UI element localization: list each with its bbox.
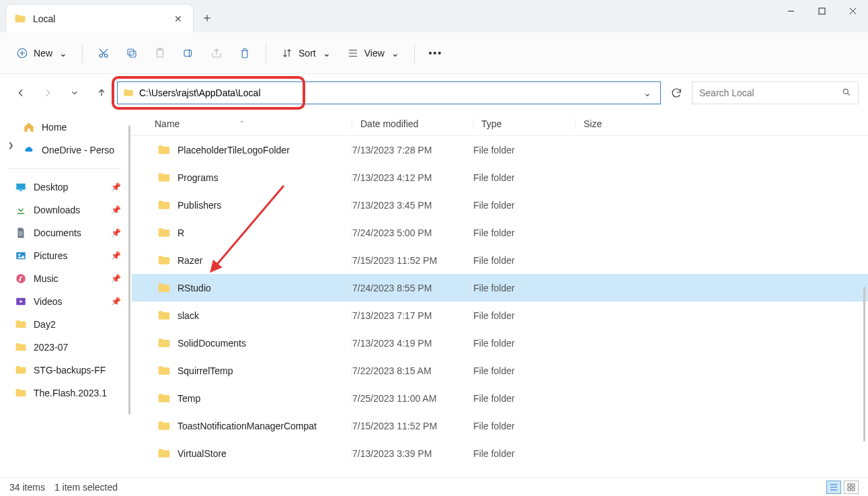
address-bar-wrapper: ⌄ — [117, 81, 661, 104]
table-row[interactable]: Temp7/25/2023 11:00 AMFile folder — [132, 384, 868, 412]
folder-icon — [157, 336, 171, 350]
table-row[interactable]: Programs7/13/2023 4:12 PMFile folder — [132, 164, 868, 191]
sidebar-item-day2[interactable]: Day2 — [7, 313, 124, 336]
expand-icon[interactable]: ❯ — [8, 141, 13, 149]
sidebar-item-label: Music — [34, 273, 58, 284]
copy-button[interactable] — [119, 41, 145, 65]
search-box[interactable] — [692, 81, 859, 104]
table-row[interactable]: slack7/13/2023 7:17 PMFile folder — [132, 302, 868, 329]
svg-point-13 — [18, 254, 20, 256]
sidebar-item-onedrive-perso[interactable]: OneDrive - Perso — [7, 139, 124, 162]
folder-icon — [157, 199, 171, 212]
file-name: Temp — [177, 393, 200, 404]
minimize-button[interactable] — [775, 0, 806, 22]
active-tab[interactable]: Local ✕ — [5, 4, 194, 32]
onedrive-icon — [23, 144, 35, 156]
back-button[interactable] — [9, 81, 32, 104]
sidebar-item-label: Documents — [34, 227, 81, 238]
close-tab-icon[interactable]: ✕ — [173, 13, 184, 24]
address-bar[interactable]: ⌄ — [117, 81, 661, 104]
sidebar-item-desktop[interactable]: Desktop📌 — [7, 176, 124, 199]
new-tab-button[interactable]: ＋ — [194, 4, 221, 31]
sidebar-scrollbar[interactable] — [128, 125, 130, 415]
details-view-button[interactable] — [826, 481, 841, 494]
forward-button[interactable] — [36, 81, 59, 104]
pin-icon: 📌 — [111, 274, 121, 283]
more-button[interactable]: ••• — [423, 41, 448, 65]
close-window-button[interactable] — [837, 0, 868, 22]
sidebar-item-documents[interactable]: Documents📌 — [7, 221, 124, 244]
file-date: 7/24/2023 8:55 PM — [352, 283, 432, 293]
file-date: 7/13/2023 4:12 PM — [352, 172, 432, 183]
file-name: Programs — [177, 172, 219, 183]
sidebar-item-label: Day2 — [34, 319, 56, 330]
file-name: Publishers — [177, 200, 221, 211]
col-date[interactable]: Date modified — [352, 118, 473, 129]
table-row[interactable]: Razer7/15/2023 11:52 PMFile folder — [132, 246, 868, 274]
sidebar-item-2023-07[interactable]: 2023-07 — [7, 336, 124, 359]
file-date: 7/13/2023 4:19 PM — [352, 338, 432, 349]
downloads-icon — [15, 204, 27, 216]
file-name: RStudio — [177, 283, 211, 293]
search-input[interactable] — [699, 87, 842, 98]
music-icon — [15, 273, 27, 285]
file-name: R — [177, 227, 184, 238]
sidebar-item-the-flash-2023-1[interactable]: The.Flash.2023.1 — [7, 382, 124, 404]
sort-label: Sort — [299, 48, 316, 59]
view-button[interactable]: View ⌄ — [340, 41, 406, 65]
address-dropdown-icon[interactable]: ⌄ — [640, 87, 655, 98]
sort-button[interactable]: Sort ⌄ — [274, 41, 338, 65]
sidebar-item-pictures[interactable]: Pictures📌 — [7, 244, 124, 267]
table-row[interactable]: SolidDocuments7/13/2023 4:19 PMFile fold… — [132, 329, 868, 357]
file-name: VirtualStore — [177, 448, 227, 459]
maximize-button[interactable] — [806, 0, 837, 22]
chevron-down-icon: ⌄ — [59, 48, 67, 59]
sidebar-item-music[interactable]: Music📌 — [7, 267, 124, 290]
table-row[interactable]: R7/24/2023 5:00 PMFile folder — [132, 219, 868, 246]
sidebar-item-label: Videos — [34, 296, 63, 307]
delete-button[interactable] — [232, 41, 258, 65]
svg-rect-17 — [848, 484, 851, 487]
file-date: 7/13/2023 7:28 PM — [352, 145, 432, 155]
col-name[interactable]: Name⌃ — [132, 118, 352, 129]
refresh-button[interactable] — [665, 81, 688, 104]
svg-rect-5 — [128, 49, 134, 55]
sidebar-item-home[interactable]: Home — [7, 116, 124, 139]
folder-icon — [157, 447, 171, 460]
pin-icon: 📌 — [111, 251, 121, 260]
file-date: 7/15/2023 11:52 PM — [352, 421, 437, 431]
sidebar-item-label: 2023-07 — [34, 342, 68, 353]
table-row[interactable]: PlaceholderTileLogoFolder7/13/2023 7:28 … — [132, 136, 868, 164]
videos-icon — [15, 295, 27, 308]
separator — [266, 44, 266, 63]
table-row[interactable]: VirtualStore7/13/2023 3:39 PMFile folder — [132, 439, 868, 467]
table-row[interactable]: Publishers7/13/2023 3:45 PMFile folder — [132, 191, 868, 219]
paste-button[interactable] — [147, 41, 173, 65]
col-type[interactable]: Type — [473, 118, 575, 129]
sidebar-item-stg-backups-ff[interactable]: STG-backups-FF — [7, 359, 124, 382]
sidebar-item-downloads[interactable]: Downloads📌 — [7, 199, 124, 221]
file-type: File folder — [473, 227, 514, 238]
up-button[interactable] — [90, 81, 113, 104]
address-input[interactable] — [139, 87, 635, 98]
chevron-down-icon: ⌄ — [391, 48, 399, 59]
sidebar-item-label: Pictures — [34, 250, 68, 261]
chevron-down-icon: ⌄ — [323, 48, 331, 59]
thumbs-view-button[interactable] — [844, 481, 859, 494]
folder-icon — [15, 387, 27, 399]
recent-button[interactable] — [63, 81, 86, 104]
table-row[interactable]: ToastNotificationManagerCompat7/15/2023 … — [132, 412, 868, 439]
sidebar-item-label: Desktop — [34, 182, 68, 192]
share-button[interactable] — [204, 41, 229, 65]
svg-rect-8 — [184, 50, 192, 56]
pictures-icon — [15, 250, 27, 262]
table-row[interactable]: RStudio7/24/2023 8:55 PMFile folder — [132, 274, 868, 302]
pane-scrollbar[interactable] — [863, 287, 865, 441]
table-row[interactable]: SquirrelTemp7/22/2023 8:15 AMFile folder — [132, 357, 868, 384]
new-button[interactable]: New ⌄ — [9, 41, 74, 65]
rename-button[interactable] — [175, 41, 201, 65]
cut-button[interactable] — [91, 41, 116, 65]
search-icon — [842, 87, 851, 99]
sidebar-item-videos[interactable]: Videos📌 — [7, 290, 124, 313]
col-size[interactable]: Size — [575, 118, 639, 129]
